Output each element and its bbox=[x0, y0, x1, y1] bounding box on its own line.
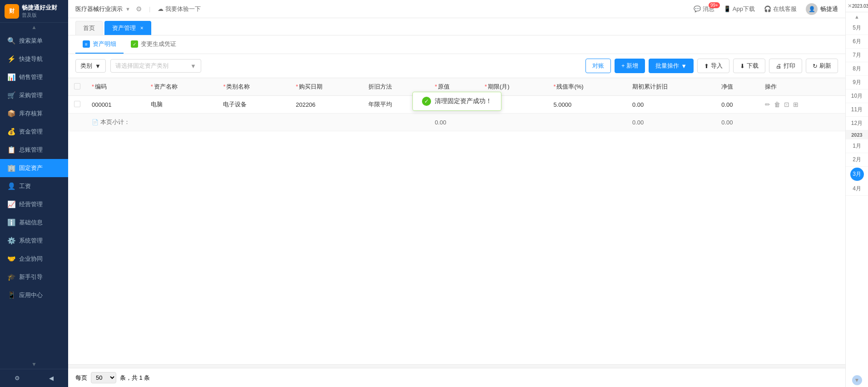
new-button[interactable]: + 新增 bbox=[615, 59, 645, 73]
right-panel-date: 2023.03 bbox=[852, 4, 868, 9]
refresh-button[interactable]: ↻ 刷新 bbox=[806, 59, 838, 73]
message-badge: 99+ bbox=[709, 2, 720, 8]
quick-nav-icon: ⚡ bbox=[7, 55, 15, 63]
edit-icon[interactable]: ✏ bbox=[765, 101, 770, 108]
sidebar-scroll-down-icon[interactable]: ▼ bbox=[31, 361, 37, 367]
row-checkbox-cell[interactable] bbox=[68, 96, 86, 114]
sidebar-item-general-ledger[interactable]: 📋 总账管理 bbox=[0, 141, 68, 159]
service-label: 在线客服 bbox=[773, 5, 797, 13]
calendar-scroll-up[interactable]: ▲ bbox=[853, 12, 861, 21]
asset-detail-tab-icon: ≡ bbox=[83, 40, 90, 48]
table-wrap: ✓ 清理固定资产成功！ *编码 *资产名称 *类别名称 *购买日期 折旧方法 *… bbox=[68, 78, 845, 364]
content-area: ≡ 资产明细 ✓ 变更生成凭证 类别 ▼ 请选择固定资产类别 ▼ 对账 bbox=[68, 35, 845, 387]
calendar-scroll-down[interactable]: ▼ bbox=[850, 373, 864, 387]
sidebar-item-quick-nav[interactable]: ⚡ 快捷导航 bbox=[0, 50, 68, 68]
right-panel-close-icon[interactable]: ✕ bbox=[848, 3, 852, 9]
subtotal-label-cell: 📄 本页小计： bbox=[86, 114, 429, 131]
calendar-month-7[interactable]: 7月 bbox=[846, 49, 868, 62]
tab-close-icon[interactable]: × bbox=[140, 25, 144, 31]
horizontal-scrollbar[interactable] bbox=[68, 364, 845, 368]
reconcile-button[interactable]: 对账 bbox=[585, 59, 611, 73]
service-icon: 🎧 bbox=[764, 5, 771, 12]
calendar-month-8[interactable]: 8月 bbox=[846, 62, 868, 76]
collapse-button[interactable]: ◀ bbox=[45, 373, 57, 383]
sidebar-item-sales[interactable]: 📊 销售管理 bbox=[0, 68, 68, 86]
copy-icon[interactable]: ⊡ bbox=[784, 101, 789, 108]
calendar-month-4[interactable]: 4月 bbox=[846, 182, 868, 196]
calendar-month-6[interactable]: 6月 bbox=[846, 35, 868, 49]
settings-icon[interactable]: ⚙ bbox=[136, 5, 142, 13]
toolbar-actions: 对账 + 新增 批量操作 ▼ ⬆ 导入 ⬇ 下载 🖨 bbox=[585, 59, 838, 73]
calendar-down-icon[interactable]: ▼ bbox=[852, 375, 862, 385]
calendar-month-1[interactable]: 1月 bbox=[846, 139, 868, 153]
download-icon: ⬇ bbox=[740, 63, 745, 69]
online-service-button[interactable]: 🎧 在线客服 bbox=[764, 5, 797, 13]
batch-button[interactable]: 批量操作 ▼ bbox=[649, 59, 694, 73]
sidebar-item-purchase[interactable]: 🛒 采购管理 bbox=[0, 86, 68, 104]
th-name: *资产名称 bbox=[145, 78, 218, 96]
calendar-month-10[interactable]: 10月 bbox=[846, 89, 868, 103]
calendar-month-3-active[interactable]: 3月 bbox=[850, 168, 864, 181]
calendar-month-9[interactable]: 9月 bbox=[846, 76, 868, 89]
per-page-select[interactable]: 50 10 20 100 bbox=[91, 372, 116, 383]
sidebar-item-label-basic-info: 基础信息 bbox=[19, 218, 43, 227]
tab-home-label: 首页 bbox=[83, 25, 95, 31]
batch-dropdown-icon: ▼ bbox=[681, 63, 687, 69]
message-button[interactable]: 💬 消息 99+ bbox=[694, 5, 714, 13]
sub-tab-asset-detail[interactable]: ≡ 资产明细 bbox=[75, 35, 124, 54]
more-icon[interactable]: ⊞ bbox=[793, 101, 799, 108]
tab-asset-management[interactable]: 资产管理 × bbox=[104, 21, 151, 35]
settings-button[interactable]: ⚙ bbox=[11, 373, 24, 383]
sidebar-item-inventory[interactable]: 📦 库存核算 bbox=[0, 104, 68, 123]
sidebar-item-label-inventory: 库存核算 bbox=[19, 109, 43, 118]
purchase-icon: 🛒 bbox=[7, 91, 15, 99]
print-button[interactable]: 🖨 打印 bbox=[769, 59, 802, 73]
calendar-month-2[interactable]: 2月 bbox=[846, 153, 868, 167]
select-all-checkbox[interactable] bbox=[74, 83, 80, 89]
sub-tab-change-voucher[interactable]: ✓ 变更生成凭证 bbox=[124, 35, 184, 54]
experience-button[interactable]: ☁ 我要体验一下 bbox=[158, 5, 201, 13]
app-download-button[interactable]: 📱 App下载 bbox=[724, 5, 755, 13]
sidebar-item-operations[interactable]: 📈 经营管理 bbox=[0, 195, 68, 213]
delete-icon[interactable]: 🗑 bbox=[774, 101, 780, 108]
download-button[interactable]: ⬇ 下载 bbox=[733, 59, 765, 73]
sidebar-item-fund[interactable]: 💰 资金管理 bbox=[0, 123, 68, 141]
sidebar-item-label-purchase: 采购管理 bbox=[19, 91, 43, 99]
cell-code: 000001 bbox=[86, 96, 145, 114]
sidebar-nav: 🔍 搜索菜单 ⚡ 快捷导航 📊 销售管理 🛒 采购管理 📦 库存核算 💰 资金管… bbox=[0, 32, 68, 360]
fund-icon: 💰 bbox=[7, 128, 15, 136]
th-buy-date: *购买日期 bbox=[290, 78, 363, 96]
th-initial-accum: 期初累计折旧 bbox=[627, 78, 716, 96]
sidebar-item-search[interactable]: 🔍 搜索菜单 bbox=[0, 32, 68, 50]
sidebar-item-label-general-ledger: 总账管理 bbox=[19, 146, 43, 154]
th-category: *类别名称 bbox=[218, 78, 290, 96]
sidebar-item-label-app-center: 应用中心 bbox=[19, 291, 43, 299]
sidebar-scroll-up-icon[interactable]: ▲ bbox=[31, 24, 37, 30]
sidebar-item-basic-info[interactable]: ℹ️ 基础信息 bbox=[0, 213, 68, 232]
inventory-icon: 📦 bbox=[7, 109, 15, 118]
calendar-month-12[interactable]: 12月 bbox=[846, 117, 868, 130]
import-button[interactable]: ⬆ 导入 bbox=[697, 59, 729, 73]
th-checkbox[interactable] bbox=[68, 78, 86, 96]
sidebar-item-label-enterprise: 企业协同 bbox=[19, 255, 43, 263]
calendar-month-11[interactable]: 11月 bbox=[846, 103, 868, 117]
sidebar-item-system[interactable]: ⚙️ 系统管理 bbox=[0, 232, 68, 250]
category-input[interactable]: 请选择固定资产类别 ▼ bbox=[110, 59, 201, 73]
cell-residual-rate: 5.0000 bbox=[548, 96, 627, 114]
sidebar-item-payroll[interactable]: 👤 工资 bbox=[0, 177, 68, 195]
user-menu[interactable]: 👤 畅捷通 bbox=[806, 3, 838, 15]
sidebar-item-enterprise[interactable]: 🤝 企业协同 bbox=[0, 250, 68, 268]
sidebar-item-app-center[interactable]: 📱 应用中心 bbox=[0, 286, 68, 304]
row-checkbox[interactable] bbox=[74, 101, 80, 107]
tab-home[interactable]: 首页 bbox=[75, 21, 103, 35]
calendar-month-5[interactable]: 5月 bbox=[846, 21, 868, 35]
category-filter[interactable]: 类别 ▼ bbox=[75, 59, 106, 73]
sidebar-item-guide[interactable]: 🎓 新手引导 bbox=[0, 268, 68, 286]
sidebar-item-label-fund: 资金管理 bbox=[19, 128, 43, 136]
calendar-months: 5月 6月 7月 8月 9月 10月 11月 12月 2023 1月 2月 3月… bbox=[846, 21, 868, 373]
company-title[interactable]: 医疗器械行业演示 ▼ bbox=[75, 5, 130, 13]
th-action: 操作 bbox=[759, 78, 845, 96]
sidebar-logo: 财 畅捷通好业财 普及版 bbox=[0, 0, 68, 23]
avatar: 👤 bbox=[806, 3, 818, 15]
sidebar-item-fixed-assets[interactable]: 🏢 固定资产 bbox=[0, 159, 68, 177]
